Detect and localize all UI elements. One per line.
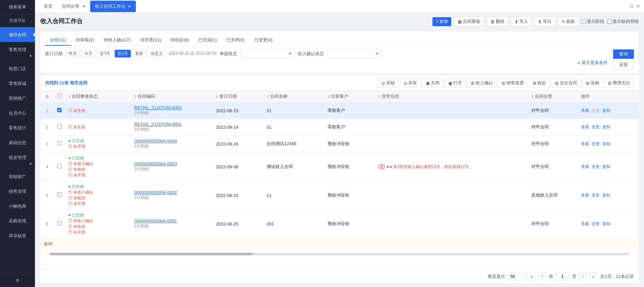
sidebar-settings[interactable]: ⚙ xyxy=(0,274,35,287)
action-purchase[interactable]: ⊞ 采购 xyxy=(582,78,603,88)
date-btn-7days[interactable]: 近7天 xyxy=(97,50,113,57)
sidebar-item-sales-mgmt[interactable]: 销售管理 xyxy=(0,184,35,199)
date-btn-yesterday[interactable]: 昨天 xyxy=(66,50,80,57)
action-income-confirm[interactable]: ⊞ 收入确认 xyxy=(467,78,497,88)
next-page-button[interactable]: › xyxy=(579,273,586,280)
filter-tab-pending-review[interactable]: 待审核(2) xyxy=(71,35,99,46)
prev-page-button[interactable]: ‹ xyxy=(538,273,546,280)
action-sales-invoice[interactable]: ⊞ 销售发票 xyxy=(498,78,528,88)
add-button[interactable]: + 新增 xyxy=(432,17,451,26)
filter-tab-changed[interactable]: 已变更(4) xyxy=(250,35,277,46)
first-page-button[interactable]: « xyxy=(527,273,536,280)
row-checkbox[interactable] xyxy=(57,108,62,112)
col-header-name[interactable]: ↕ 合同名称 xyxy=(263,91,324,102)
action-abandon-review[interactable]: ◎ 弃审 xyxy=(400,78,421,88)
sidebar-item-member-center[interactable]: 会员中心 xyxy=(0,106,35,120)
kanban-button[interactable]: ▦ 合同看板 xyxy=(454,17,484,26)
filter-tab-pending-confirm[interactable]: 待收入确认(7) xyxy=(99,35,136,46)
action-change[interactable]: 变更 xyxy=(592,193,600,198)
query-button[interactable]: 查询 xyxy=(613,49,634,59)
last-page-button[interactable]: » xyxy=(589,273,598,280)
contract-code-link[interactable]: 0000000000004-0004 xyxy=(134,138,177,144)
action-expense-out[interactable]: ⊞ 费用支出 xyxy=(604,78,634,88)
filter-tab-pending-collection[interactable]: 待收款(8) xyxy=(166,35,194,46)
contract-code-link[interactable]: 0000000000004-0002 xyxy=(134,190,177,195)
row-checkbox[interactable] xyxy=(57,164,62,168)
date-btn-more[interactable]: 更多 xyxy=(132,50,146,57)
sidebar-item-marketing2[interactable]: 营销推广 xyxy=(0,169,35,184)
action-change[interactable]: 变更 xyxy=(592,141,600,146)
sidebar-item-retail-mall[interactable]: 零售商城 xyxy=(0,76,35,91)
page-size-select[interactable]: 50 100 200 xyxy=(508,273,525,280)
horizontal-scrollbar[interactable] xyxy=(50,253,629,255)
action-expense-contract[interactable]: ⊞ 支出合同 xyxy=(551,78,581,88)
sidebar-item-marketing1[interactable]: 营销推广 xyxy=(0,91,35,106)
action-copy[interactable]: 复制 xyxy=(602,125,610,129)
sidebar-item-retail-stats[interactable]: 零售统计 xyxy=(0,120,35,135)
set-button[interactable]: 设置 xyxy=(613,60,634,70)
action-view[interactable]: 查看 xyxy=(581,164,589,169)
tab-contract-category[interactable]: 合同分类 ✕ xyxy=(57,1,90,12)
date-btn-custom[interactable]: 自定义 xyxy=(148,50,166,57)
show-stage-checkbox[interactable] xyxy=(581,19,586,24)
window-close-icon[interactable]: ✕ xyxy=(636,4,640,9)
contract-code-link[interactable]: 0000000000004-0001 xyxy=(134,218,177,223)
filter-tab-all[interactable]: 全部(11) xyxy=(45,35,71,46)
expand-more-conditions[interactable]: ∨ 展开更多条件 xyxy=(577,60,608,66)
scrollbar-thumb[interactable] xyxy=(50,253,253,255)
sidebar-search[interactable]: 搜索菜单 xyxy=(0,0,35,14)
doc-status-select[interactable] xyxy=(240,49,294,58)
col-header-code[interactable]: ↕ 合同编码 xyxy=(131,91,213,102)
action-copy[interactable]: 复制 xyxy=(602,164,610,169)
sidebar-item-inventory[interactable]: 库存核算 xyxy=(0,228,35,243)
action-change[interactable]: 变更 xyxy=(592,125,600,129)
col-header-abnormal[interactable]: ↕ 异常信息 xyxy=(375,91,528,102)
date-btn-1month[interactable]: 近1月 xyxy=(115,50,131,57)
action-copy[interactable]: 复制 xyxy=(602,193,610,198)
date-btn-today[interactable]: 今天 xyxy=(81,50,96,57)
sidebar-quick-nav[interactable]: 快捷导航 xyxy=(0,14,35,27)
select-all-checkbox[interactable] xyxy=(57,94,62,98)
action-collection[interactable]: ⊞ 收款 xyxy=(529,78,550,88)
col-header-status[interactable]: ↕ 合同整体状态 xyxy=(65,91,131,102)
row-checkbox[interactable] xyxy=(57,141,62,146)
action-view[interactable]: 查看 xyxy=(581,141,589,146)
sidebar-item-smart-store[interactable]: 智慧门店 xyxy=(0,61,35,76)
contract-code-link[interactable]: 0000000000004-0003 xyxy=(134,161,177,166)
action-change[interactable]: 变更 xyxy=(592,221,600,226)
contract-code-link[interactable]: RETAIL_CUSTOM-0003 xyxy=(134,105,182,110)
refresh-button[interactable]: ↻ 刷新 xyxy=(558,17,579,26)
col-header-customer[interactable]: ↕ 结算客户 xyxy=(324,91,375,102)
action-copy[interactable]: 复制 xyxy=(602,141,610,146)
filter-tab-completed[interactable]: 已完成(1) xyxy=(194,35,222,46)
window-restore-icon[interactable]: ⊡ xyxy=(630,4,634,9)
sidebar-item-wholesale-mgmt[interactable]: 批发管理 ▲ xyxy=(0,150,35,169)
contract-code-link[interactable]: RETAIL_CUSTOM-0001 xyxy=(134,122,182,127)
export-button[interactable]: ⬆ 导出 xyxy=(534,17,555,26)
sidebar-item-project-contract[interactable]: 项目合同 xyxy=(0,27,35,42)
action-open[interactable]: ▣ 打开 xyxy=(445,78,466,88)
action-view[interactable]: 查看 xyxy=(581,108,589,113)
confirm-status-select[interactable] xyxy=(327,49,381,58)
delete-button[interactable]: 🗑 删除 xyxy=(487,17,508,26)
tab-income-contract-close[interactable]: ✕ xyxy=(128,4,131,9)
show-mark-checkbox[interactable] xyxy=(607,19,611,24)
filter-tab-pending-invoice[interactable]: 待开票(11) xyxy=(136,35,166,46)
show-stage-option[interactable]: 显示阶段 xyxy=(581,18,604,25)
show-mark-option[interactable]: 显示标的明细 xyxy=(607,18,639,25)
action-view[interactable]: 查看 xyxy=(581,125,589,129)
col-header-date[interactable]: ↕ 签订日期 xyxy=(213,91,263,102)
sidebar-item-ecommerce[interactable]: 小畅电商 xyxy=(0,199,35,213)
page-number-input[interactable] xyxy=(556,273,569,280)
tab-home[interactable]: 首页 xyxy=(39,1,57,12)
action-copy[interactable]: 复制 xyxy=(602,108,610,113)
action-view[interactable]: 查看 xyxy=(581,193,589,198)
sidebar-item-purchase-mgmt[interactable]: 采购管理 xyxy=(0,213,35,228)
action-review[interactable]: ◎ 审核 xyxy=(378,78,399,88)
row-checkbox[interactable] xyxy=(57,124,62,129)
tab-income-contract[interactable]: 收入合同工作台 ✕ xyxy=(90,1,136,12)
action-copy[interactable]: 复制 xyxy=(602,221,610,226)
sidebar-item-retail-mgmt[interactable]: 零售管理 ▲ xyxy=(0,42,35,61)
import-button[interactable]: ⬇ 导入 xyxy=(511,17,532,26)
tab-contract-category-close[interactable]: ✕ xyxy=(82,4,85,9)
